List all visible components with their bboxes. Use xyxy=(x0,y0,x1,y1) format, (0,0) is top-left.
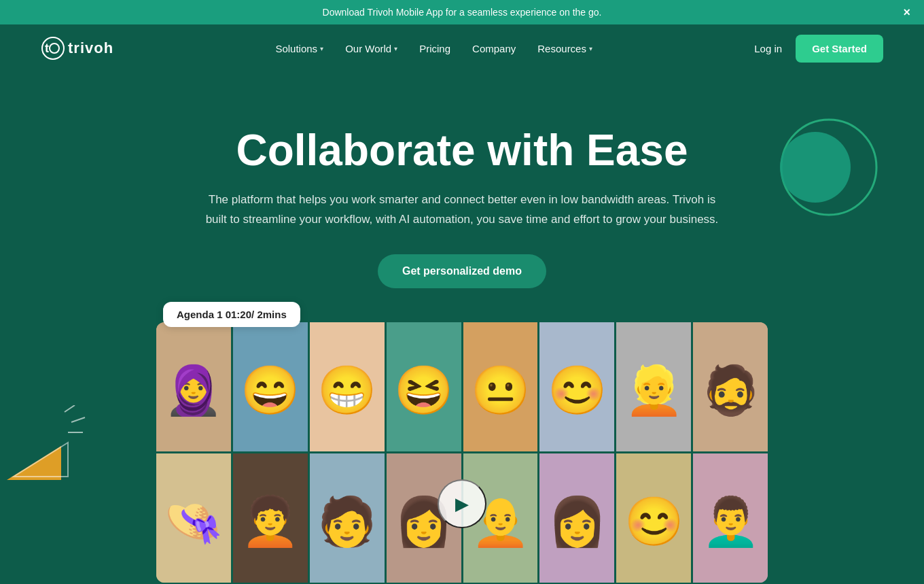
video-cell: 👒 xyxy=(156,453,231,583)
play-button[interactable]: ▶ xyxy=(438,479,486,528)
decoration-circle xyxy=(775,113,883,222)
video-cell: 😁 xyxy=(310,322,385,451)
video-area: Agenda 1 01:20/ 2mins 🧕 😄 😁 😆 😐 😊 👱 🧔 👒 … xyxy=(156,322,768,583)
chevron-down-icon: ▾ xyxy=(589,45,592,52)
svg-point-2 xyxy=(50,44,59,53)
video-cell: 🧔 xyxy=(693,322,768,451)
get-started-button[interactable]: Get Started xyxy=(796,35,883,63)
svg-marker-6 xyxy=(7,446,61,480)
logo[interactable]: t trivoh xyxy=(41,36,113,61)
announcement-bar: Download Trivoh Mobile App for a seamles… xyxy=(0,0,924,24)
logo-text: trivoh xyxy=(68,39,113,57)
hero-subtitle: The platform that helps you work smarter… xyxy=(204,190,720,230)
video-cell: 🧑 xyxy=(310,453,385,583)
svg-text:t: t xyxy=(45,41,49,55)
main-nav: Solutions ▾ Our World ▾ Pricing Company … xyxy=(275,43,592,54)
decoration-triangle xyxy=(0,405,88,487)
svg-line-4 xyxy=(71,417,85,422)
video-cell: 🧕 xyxy=(156,322,231,451)
video-cell: 😐 xyxy=(463,322,538,451)
chevron-down-icon: ▾ xyxy=(320,45,323,52)
nav-right: Log in Get Started xyxy=(754,35,883,63)
video-cell: 👱 xyxy=(616,322,691,451)
chevron-down-icon: ▾ xyxy=(394,45,397,52)
login-button[interactable]: Log in xyxy=(754,43,782,54)
header: t trivoh Solutions ▾ Our World ▾ Pricing… xyxy=(0,24,924,72)
hero-title: Collaborate with Ease xyxy=(236,126,688,174)
video-cell: 😊 xyxy=(539,322,614,451)
video-cell: 😄 xyxy=(233,322,308,451)
video-cell: 😊 xyxy=(616,453,691,583)
nav-pricing[interactable]: Pricing xyxy=(419,43,450,54)
svg-line-3 xyxy=(65,405,75,412)
close-announcement-button[interactable]: × xyxy=(903,5,910,20)
video-cell: 👩 xyxy=(539,453,614,583)
nav-company[interactable]: Company xyxy=(472,43,516,54)
hero-cta-button[interactable]: Get personalized demo xyxy=(378,254,546,288)
announcement-text: Download Trivoh Mobile App for a seamles… xyxy=(323,7,602,18)
nav-resources[interactable]: Resources ▾ xyxy=(537,43,592,54)
logo-icon: t xyxy=(41,36,65,61)
nav-our-world[interactable]: Our World ▾ xyxy=(345,43,397,54)
agenda-badge: Agenda 1 01:20/ 2mins xyxy=(163,302,300,327)
nav-solutions[interactable]: Solutions ▾ xyxy=(275,43,323,54)
video-cell: 🧑‍🦱 xyxy=(233,453,308,583)
hero-section: Collaborate with Ease The platform that … xyxy=(0,72,924,584)
video-grid: 🧕 😄 😁 😆 😐 😊 👱 🧔 👒 🧑‍🦱 🧑 👩 🧑‍🦲 👩 xyxy=(156,322,768,583)
video-cell: 😆 xyxy=(387,322,461,451)
video-cell: 👨‍🦱 xyxy=(693,453,768,583)
svg-point-9 xyxy=(780,132,851,203)
